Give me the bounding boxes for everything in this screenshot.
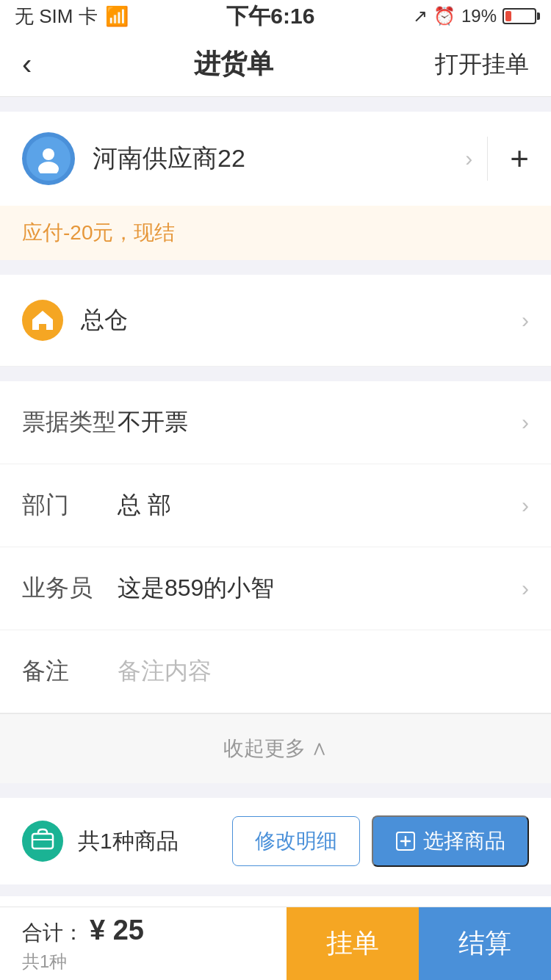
add-supplier-button[interactable]: + [510, 140, 529, 177]
ticket-type-value: 不开票 [118, 406, 522, 439]
remark-label: 备注 [22, 655, 118, 688]
warehouse-chevron: › [522, 308, 529, 333]
battery-percent: 19% [461, 6, 497, 26]
status-bar: 无 SIM 卡 📶 下午6:16 ↗ ⏰ 19% [0, 0, 551, 32]
collapse-btn[interactable]: 收起更多 ∧ [223, 737, 328, 760]
supplier-section: 河南供应商22 › + 应付-20元，现结 [0, 112, 551, 260]
remark-input[interactable]: 备注内容 [118, 655, 529, 688]
location-icon: ↗ [413, 6, 428, 26]
gap-2 [0, 260, 551, 275]
status-right: ↗ ⏰ 19% [413, 6, 536, 26]
collapse-section[interactable]: 收起更多 ∧ [0, 713, 551, 783]
checkout-button[interactable]: 结算 [419, 907, 551, 980]
warehouse-section: 总仓 › [0, 275, 551, 367]
gap-1 [0, 97, 551, 112]
battery-icon [503, 8, 536, 24]
remark-row[interactable]: 备注 备注内容 [0, 630, 551, 713]
back-button[interactable]: ‹ [22, 48, 32, 81]
total-amount: ¥ 25 [90, 915, 144, 946]
carrier-label: 无 SIM 卡 [15, 4, 98, 29]
salesperson-chevron: › [522, 576, 529, 601]
edit-details-button[interactable]: 修改明细 [232, 816, 360, 866]
alarm-icon: ⏰ [433, 6, 455, 26]
select-product-label: 选择商品 [423, 827, 505, 855]
supplier-chevron: › [465, 146, 472, 171]
supplier-row[interactable]: 河南供应商22 › + [0, 112, 551, 206]
supplier-avatar [22, 132, 75, 185]
gap-4 [0, 783, 551, 798]
status-left: 无 SIM 卡 📶 [15, 4, 129, 29]
department-chevron: › [522, 493, 529, 518]
salesperson-label: 业务员 [22, 572, 118, 605]
hang-order-button[interactable]: 挂单 [287, 907, 419, 980]
form-section: 票据类型 不开票 › 部门 总 部 › 业务员 这是859的小智 › 备注 备注… [0, 381, 551, 713]
supplier-name: 河南供应商22 [93, 142, 465, 176]
department-value: 总 部 [118, 489, 522, 522]
department-label: 部门 [22, 489, 118, 522]
total-label: 合计： [22, 919, 84, 947]
select-product-button[interactable]: 选择商品 [372, 815, 529, 867]
warehouse-name: 总仓 [81, 304, 522, 336]
svg-point-1 [38, 162, 59, 173]
divider [487, 137, 488, 181]
home-icon [30, 308, 55, 333]
department-row[interactable]: 部门 总 部 › [0, 464, 551, 547]
ticket-chevron: › [522, 410, 529, 435]
svg-rect-2 [32, 834, 53, 849]
wifi-icon: 📶 [105, 5, 129, 28]
total-section: 合计： ¥ 25 共1种 [0, 907, 287, 980]
svg-point-0 [43, 148, 54, 160]
products-icon [22, 821, 63, 862]
warehouse-icon [22, 300, 63, 341]
bottom-bar: 合计： ¥ 25 共1种 挂单 结算 [0, 907, 551, 980]
ticket-type-row[interactable]: 票据类型 不开票 › [0, 381, 551, 464]
salesperson-value: 这是859的小智 [118, 572, 522, 605]
select-icon [395, 831, 416, 851]
total-count: 共1种 [22, 950, 264, 973]
nav-bar: ‹ 进货单 打开挂单 [0, 32, 551, 97]
products-header: 共1种商品 修改明细 选择商品 [0, 798, 551, 884]
gap-3 [0, 367, 551, 381]
products-count: 共1种商品 [78, 826, 232, 857]
ticket-type-label: 票据类型 [22, 406, 118, 439]
status-time: 下午6:16 [226, 1, 314, 32]
cart-icon [29, 828, 56, 854]
notice-text: 应付-20元，现结 [22, 221, 175, 244]
warehouse-row[interactable]: 总仓 › [0, 275, 551, 367]
page-title: 进货单 [194, 46, 273, 82]
notice-bar: 应付-20元，现结 [0, 206, 551, 260]
open-hang-button[interactable]: 打开挂单 [435, 48, 529, 81]
person-icon [34, 144, 63, 173]
salesperson-row[interactable]: 业务员 这是859的小智 › [0, 547, 551, 630]
